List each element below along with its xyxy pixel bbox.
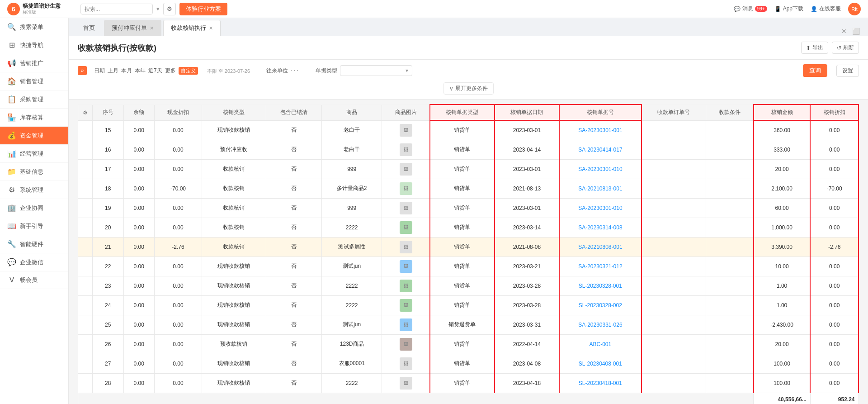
bill-no-link[interactable]: SA-20230301-010 bbox=[578, 205, 622, 211]
td-cash-discount: 0.00 bbox=[155, 354, 202, 373]
close-prepay-tab-icon[interactable]: ✕ bbox=[150, 25, 154, 31]
td-product: 老白干 bbox=[321, 140, 382, 159]
sidebar-item-label: 搜索菜单 bbox=[20, 23, 43, 31]
sidebar-item-search[interactable]: 🔍 搜索菜单 bbox=[0, 18, 68, 36]
td-verify-type: 现销收款核销 bbox=[202, 354, 266, 373]
sidebar-item-basic[interactable]: 📁 基础信息 bbox=[0, 163, 68, 181]
td-receipt-order-no bbox=[642, 315, 706, 334]
sidebar-item-corp[interactable]: 🏢 企业协同 bbox=[0, 199, 68, 217]
sidebar-item-member[interactable]: V 畅会员 bbox=[0, 271, 68, 289]
td-bill-no: SL-20230418-001 bbox=[559, 373, 642, 393]
bill-type-select[interactable]: ▾ bbox=[340, 65, 412, 76]
sidebar-item-label: 营销推广 bbox=[20, 59, 43, 67]
bill-no-link[interactable]: SL-20230418-001 bbox=[579, 380, 622, 386]
td-receipt-condition bbox=[706, 373, 754, 393]
close-tab-icon[interactable]: ✕ bbox=[840, 27, 848, 36]
bill-no-link[interactable]: SA-20230414-017 bbox=[578, 147, 622, 153]
td-verify-discount: 0.00 bbox=[810, 198, 859, 218]
date-more[interactable]: 更多 bbox=[165, 67, 176, 75]
date-7days[interactable]: 近7天 bbox=[148, 67, 162, 75]
bill-no-link[interactable]: SA-20230301-010 bbox=[578, 166, 622, 172]
table-row: 15 0.00 0.00 现销收款核销 否 老白干 🖼 销货单 2023-03-… bbox=[78, 120, 859, 140]
chevron-down-icon[interactable]: ▾ bbox=[156, 5, 160, 12]
tool-icon: 🔧 bbox=[7, 240, 16, 248]
th-config[interactable]: ⚙ bbox=[78, 105, 93, 120]
td-verify-type: 收款核销 bbox=[202, 179, 266, 198]
td-product: 2222 bbox=[321, 218, 382, 237]
tab-receipt[interactable]: 收款核销执行 ✕ bbox=[163, 20, 221, 36]
bill-no-link[interactable]: SL-20230328-002 bbox=[579, 302, 622, 309]
topbar-center: ▾ ⚙ 体验行业方案 bbox=[80, 3, 728, 15]
expand-more-conditions[interactable]: ∨ 展开更多条件 bbox=[443, 82, 494, 95]
bill-no-link[interactable]: SA-20230331-026 bbox=[578, 322, 622, 328]
td-verify-amount: 360.00 bbox=[754, 120, 810, 140]
bill-no-link[interactable]: SA-20230301-001 bbox=[578, 127, 622, 133]
refresh-button[interactable]: ↺ 刷新 bbox=[832, 42, 859, 54]
date-custom[interactable]: 自定义 bbox=[179, 67, 198, 75]
bill-no-link[interactable]: SL-20230408-001 bbox=[579, 361, 622, 367]
td-verify-amount: 100.00 bbox=[754, 373, 810, 393]
bill-no-link[interactable]: SL-20230328-001 bbox=[579, 283, 622, 289]
search-input[interactable] bbox=[80, 4, 153, 14]
td-bill-report-type: 销货单 bbox=[430, 120, 495, 140]
td-bill-no: SA-20210808-001 bbox=[559, 237, 642, 257]
sidebar-item-guide[interactable]: 📖 新手引导 bbox=[0, 217, 68, 235]
sidebar-item-finance[interactable]: 💰 资金管理 bbox=[0, 127, 68, 145]
td-bill-report-type: 销货单 bbox=[430, 276, 495, 295]
sidebar-item-inventory[interactable]: 🏪 库存核算 bbox=[0, 109, 68, 127]
chevron-down-icon: ∨ bbox=[449, 86, 453, 92]
maximize-tab-icon[interactable]: ⬜ bbox=[851, 27, 861, 36]
bill-no-link[interactable]: SA-20230314-008 bbox=[578, 224, 622, 231]
sidebar-item-wechat[interactable]: 💬 企业微信 bbox=[0, 253, 68, 271]
tab-prepay-label: 预付冲应付单 bbox=[112, 24, 147, 32]
folder-icon: 📁 bbox=[7, 167, 16, 176]
td-bill-no: SA-20230414-017 bbox=[559, 140, 642, 159]
sidebar-item-nav[interactable]: ⊞ 快捷导航 bbox=[0, 36, 68, 54]
tab-home[interactable]: 首页 bbox=[76, 20, 102, 36]
date-this-month[interactable]: 本月 bbox=[121, 67, 132, 75]
sidebar-item-hardware[interactable]: 🔧 智能硬件 bbox=[0, 235, 68, 253]
expand-filter-button[interactable]: » bbox=[78, 66, 87, 75]
export-button[interactable]: ⬆ 导出 bbox=[801, 42, 828, 54]
td-product-img: 🖼 bbox=[382, 373, 430, 393]
td-balance: 0.00 bbox=[123, 334, 155, 354]
app-download-button[interactable]: 📱 App下载 bbox=[774, 5, 803, 13]
sidebar-item-label: 智能硬件 bbox=[20, 240, 43, 248]
message-button[interactable]: 💬 消息 99+ bbox=[734, 5, 767, 13]
td-include-cleared: 否 bbox=[266, 295, 321, 315]
bill-no-link[interactable]: SA-20230321-012 bbox=[578, 263, 622, 270]
sidebar-item-marketing[interactable]: 📢 营销推广 bbox=[0, 54, 68, 72]
date-last-month[interactable]: 上月 bbox=[108, 67, 118, 75]
close-receipt-tab-icon[interactable]: ✕ bbox=[209, 25, 213, 31]
sidebar-item-system[interactable]: ⚙ 系统管理 bbox=[0, 181, 68, 199]
td-balance: 0.00 bbox=[123, 373, 155, 393]
sidebar-item-purchase[interactable]: 📋 采购管理 bbox=[0, 90, 68, 109]
bill-no-link[interactable]: SA-20210813-001 bbox=[578, 185, 622, 192]
sidebar-item-sales[interactable]: 🏠 销售管理 bbox=[0, 72, 68, 90]
sidebar-item-label: 快捷导航 bbox=[20, 41, 43, 49]
date-this-year[interactable]: 本年 bbox=[135, 67, 146, 75]
table-row: 20 0.00 0.00 收款核销 否 2222 🖼 销货单 2023-03-1… bbox=[78, 218, 859, 237]
tab-prepay[interactable]: 预付冲应付单 ✕ bbox=[104, 20, 161, 36]
filter-settings-button[interactable]: 设置 bbox=[836, 65, 859, 77]
td-product: 多计量商品2 bbox=[321, 179, 382, 198]
settings-icon[interactable]: ⚙ bbox=[163, 3, 176, 15]
bill-no-link[interactable]: ABC-001 bbox=[590, 341, 612, 347]
table-row: 18 0.00 -70.00 收款核销 否 多计量商品2 🖼 销货单 2021-… bbox=[78, 179, 859, 198]
refresh-icon: ↺ bbox=[837, 45, 841, 51]
table-wrap[interactable]: ⚙ 序号 余额 现金折扣 核销类型 包含已结清 商品 商品图片 核销单据类型 核… bbox=[69, 100, 868, 404]
sidebar-item-business[interactable]: 📊 经营管理 bbox=[0, 145, 68, 163]
td-bill-date: 2023-04-08 bbox=[495, 354, 559, 373]
td-verify-amount: 1.00 bbox=[754, 295, 810, 315]
td-receipt-order-no bbox=[642, 120, 706, 140]
bill-no-link[interactable]: SA-20210808-001 bbox=[578, 244, 622, 250]
th-verify-type: 核销类型 bbox=[202, 105, 266, 120]
home-icon: 🏠 bbox=[7, 77, 16, 86]
td-balance: 0.00 bbox=[123, 354, 155, 373]
td-product: 123D商品 bbox=[321, 334, 382, 354]
td-balance: 0.00 bbox=[123, 276, 155, 295]
user-avatar[interactable]: Rit bbox=[848, 3, 861, 15]
industry-button[interactable]: 体验行业方案 bbox=[179, 3, 227, 15]
query-button[interactable]: 查询 bbox=[803, 64, 827, 77]
online-service-button[interactable]: 👤 在线客服 bbox=[811, 5, 841, 13]
